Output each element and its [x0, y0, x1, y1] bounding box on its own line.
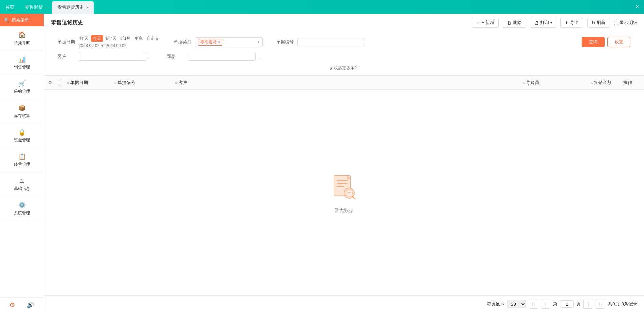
th-customer-sort-icon: ⇅ — [175, 81, 177, 85]
shortcut-today[interactable]: 今天 — [91, 35, 103, 42]
query-button[interactable]: 查询 — [582, 37, 605, 47]
new-button[interactable]: ＋ + 新增 — [472, 18, 499, 28]
filter-date: 单据日期 昨天 今天 近7天 近1月 更多 自定义 2023 — [57, 35, 160, 49]
settings-footer-icon[interactable]: ⚙ — [9, 301, 15, 309]
empty-text: 暂无数据 — [335, 207, 354, 214]
sidebar-item-purchase-label: 采购管理 — [14, 89, 30, 94]
settings-label: 设置 — [615, 39, 623, 45]
sidebar-item-basic-info[interactable]: 🗂 基础信息 — [0, 173, 44, 197]
th-date-label: 单据日期 — [70, 80, 88, 86]
show-detail-checkbox[interactable] — [614, 21, 618, 25]
th-guide-sort-icon: ⇅ — [522, 81, 525, 85]
sidebar: 🔍 搜索菜单 🏠 快捷导航 📊 销售管理 🛒 采购管理 📦 库存核算 🔒 资金管… — [0, 14, 44, 312]
th-customer[interactable]: ⇅ 客户 — [172, 80, 520, 86]
total-records-label: 共0页, 0条记录 — [608, 301, 637, 307]
sidebar-item-sales[interactable]: 📊 销售管理 — [0, 51, 44, 75]
tab-retail-return[interactable]: 零售退货 × — [20, 1, 52, 14]
sidebar-item-sales-label: 销售管理 — [14, 64, 30, 70]
filter-voucher: 单据编号 — [276, 38, 365, 46]
print-label: 打印 — [540, 20, 549, 26]
goods-filter-label: 商品 — [167, 53, 185, 60]
column-settings-button[interactable]: ⚙ — [47, 80, 54, 85]
refresh-button[interactable]: ↻ 刷新 — [587, 18, 610, 28]
sidebar-footer: ⚙ 🔊 — [0, 297, 44, 312]
top-bar: 首页 零售退货 × 零售退货历史 × × — [0, 0, 644, 14]
shortcut-1month[interactable]: 近1月 — [119, 35, 132, 42]
th-guide[interactable]: ⇅ 导购员 — [520, 80, 574, 86]
sidebar-item-inventory[interactable]: 📦 库存核算 — [0, 99, 44, 124]
tab-retail-return-label: 零售退货 — [25, 4, 43, 10]
sidebar-item-quick-nav[interactable]: 🏠 快捷导航 — [0, 26, 44, 51]
per-page-label: 每页显示 — [487, 301, 504, 307]
select-all-checkbox-header[interactable] — [54, 81, 64, 85]
goods-input[interactable] — [188, 52, 256, 61]
first-page-button[interactable]: ⟨⟨ — [529, 299, 538, 309]
next-page-button[interactable]: ⟩ — [583, 299, 593, 309]
tab-retail-return-close[interactable]: × — [45, 5, 47, 9]
sidebar-search[interactable]: 🔍 搜索菜单 — [0, 14, 44, 26]
goods-dots-button[interactable]: … — [257, 53, 262, 60]
sidebar-item-purchase[interactable]: 🛒 采购管理 — [0, 75, 44, 99]
svg-point-6 — [346, 190, 353, 197]
sidebar-item-finance-label: 资金管理 — [14, 137, 30, 143]
query-label: 查询 — [589, 39, 598, 45]
shortcut-more[interactable]: 更多 — [133, 35, 144, 42]
finance-icon: 🔒 — [18, 129, 26, 136]
inventory-icon: 📦 — [18, 104, 26, 112]
th-amount[interactable]: ⇅ 实销金额 — [574, 80, 614, 86]
per-page-select[interactable]: 10 20 50 100 — [507, 300, 526, 308]
delete-button[interactable]: 🗑 删除 — [503, 18, 526, 28]
search-icon: 🔍 — [4, 18, 9, 23]
print-button[interactable]: 🖨 打印 ▾ — [530, 18, 556, 28]
filter-type: 单据类型 零售退货 × ▾ — [174, 37, 263, 47]
filter-row-2: 客户 … 商品 … — [57, 52, 630, 61]
th-date[interactable]: ⇅ 单据日期 — [64, 80, 111, 86]
th-date-sort-icon: ⇅ — [67, 81, 69, 85]
sidebar-item-finance[interactable]: 🔒 资金管理 — [0, 124, 44, 148]
date-range-display: 2023-06-02 至 2023-06-02 — [79, 43, 160, 49]
tab-retail-return-history[interactable]: 零售退货历史 × — [52, 1, 93, 14]
sidebar-item-system-label: 系统管理 — [14, 210, 30, 216]
export-button[interactable]: ⬆ 导出 — [560, 18, 583, 28]
select-all-checkbox[interactable] — [57, 81, 61, 85]
collapse-up-icon: ∧ — [330, 66, 333, 71]
empty-illustration — [329, 172, 359, 202]
window-close-button[interactable]: × — [630, 0, 644, 14]
table-area: ⚙ ⇅ 单据日期 ⇅ 单据编号 ⇅ 客户 ⇅ 导购员 — [44, 75, 644, 295]
tab-retail-return-history-close[interactable]: × — [86, 5, 88, 9]
customer-dots-button[interactable]: … — [148, 53, 153, 60]
home-icon: 🏠 — [18, 31, 26, 39]
page-number-input[interactable] — [560, 300, 574, 308]
sidebar-item-quick-nav-label: 快捷导航 — [14, 40, 30, 46]
sidebar-item-operations[interactable]: 📋 经营管理 — [0, 148, 44, 173]
show-detail-label[interactable]: 显示明细 — [614, 20, 637, 26]
th-number[interactable]: ⇅ 单据编号 — [111, 80, 172, 86]
collapse-label: 收起更多条件 — [334, 65, 358, 71]
customer-filter-label: 客户 — [57, 53, 76, 60]
customer-input[interactable] — [79, 52, 146, 61]
refresh-label: 刷新 — [597, 20, 605, 26]
voucher-filter-label: 单据编号 — [276, 39, 295, 45]
tab-home-label: 首页 — [5, 4, 14, 10]
date-filter-label: 单据日期 — [57, 39, 76, 45]
collapse-button[interactable]: ∧ 收起更多条件 — [326, 64, 362, 72]
shortcut-custom[interactable]: 自定义 — [145, 35, 160, 42]
settings-button[interactable]: 设置 — [607, 37, 630, 47]
export-label: 导出 — [570, 20, 579, 26]
prev-page-button[interactable]: ⟨ — [541, 299, 550, 309]
th-amount-label: 实销金额 — [594, 80, 612, 86]
sidebar-item-system[interactable]: ⚙️ 系统管理 — [0, 197, 44, 221]
page-label: 第 — [553, 301, 557, 307]
voucher-input[interactable] — [297, 38, 365, 46]
shortcut-yesterday[interactable]: 昨天 — [79, 35, 90, 42]
type-tag-remove[interactable]: × — [218, 40, 220, 44]
tab-home[interactable]: 首页 — [0, 1, 20, 14]
audio-footer-icon[interactable]: 🔊 — [27, 301, 34, 309]
table-header: ⚙ ⇅ 单据日期 ⇅ 单据编号 ⇅ 客户 ⇅ 导购员 — [44, 75, 644, 90]
shortcut-7days[interactable]: 近7天 — [104, 35, 118, 42]
type-select[interactable]: 零售退货 × ▾ — [195, 37, 263, 47]
main-content: 零售退货历史 ＋ + 新增 🗑 删除 🖨 打印 ▾ — [44, 14, 644, 312]
tab-retail-return-history-label: 零售退货历史 — [57, 4, 84, 10]
filter-customer: 客户 … — [57, 52, 153, 61]
last-page-button[interactable]: ⟩⟩ — [596, 299, 605, 309]
